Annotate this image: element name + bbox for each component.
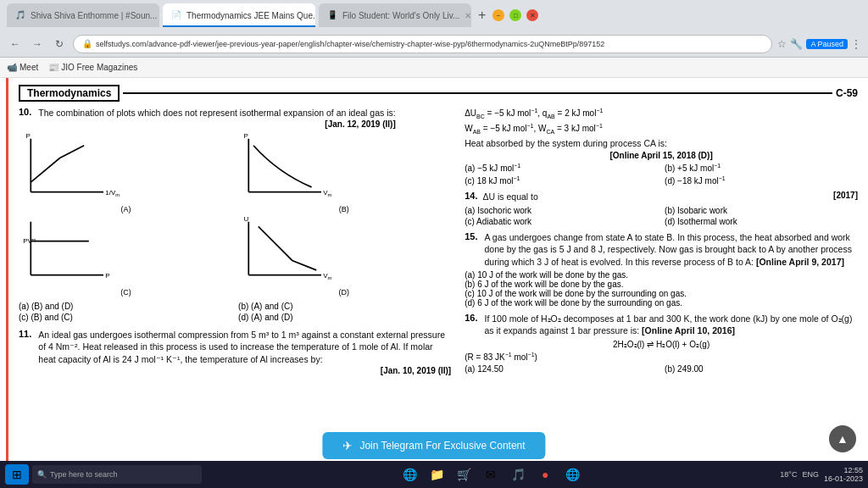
q16-answers: (a) 124.50 (b) 249.00 <box>465 364 858 374</box>
window-controls: − □ ✕ <box>492 9 538 21</box>
taskbar-lang: ENG <box>802 470 819 479</box>
q13-text: Heat absorbed by the system during proce… <box>465 137 858 150</box>
section-header-line: Thermodynamics C-59 <box>19 85 858 102</box>
bookmarks-bar: 📹 Meet 📰 JIO Free Magazines <box>0 58 868 78</box>
question-16: 16. If 100 mole of H₂O₂ decomposes at 1 … <box>465 313 858 374</box>
q15-opt-a: (a) 10 J of the work will be done by the… <box>465 270 858 280</box>
question-11: 11. An ideal gas undergoes isothermal co… <box>19 329 451 375</box>
extension-icon[interactable]: 🔧 <box>790 38 803 50</box>
close-button[interactable]: ✕ <box>526 9 538 21</box>
taskbar-weather: 18°C <box>780 470 797 479</box>
address-icons: ☆ 🔧 A Paused ⋮ <box>777 38 861 50</box>
taskbar-search[interactable]: 🔍 Type here to search <box>32 465 202 484</box>
back-button[interactable]: ← <box>7 36 24 53</box>
browser-tab-bar: 🎵 Shiva Shiva Enthomme | #Soun... ✕ 📄 Th… <box>0 0 868 30</box>
scroll-top-icon: ▲ <box>837 432 849 446</box>
tab-thermodynamics[interactable]: 📄 Thermodynamics JEE Mains Que... ✕ <box>163 3 315 27</box>
q13-opt-a: (a) −5 kJ mol−1 <box>465 163 658 173</box>
q10-opt-a: (a) (B) and (D) <box>19 302 231 311</box>
graph-b: P Vm (B) <box>236 134 451 214</box>
question-15: 15. A gas undergoes change from state A … <box>465 231 858 308</box>
svg-text:PVm: PVm <box>23 236 36 244</box>
menu-icon[interactable]: ⋮ <box>851 38 861 50</box>
graph-c: PVm P (C) <box>19 217 233 297</box>
q14-year: [2017] <box>833 191 858 200</box>
q14-opt-d: (d) Isothermal work <box>665 217 858 226</box>
main-content: Thermodynamics C-59 10. The combination … <box>0 78 868 461</box>
graph-a-label: (A) <box>19 205 233 214</box>
new-tab-button[interactable]: + <box>478 8 486 23</box>
graph-d-svg: U Vm <box>236 217 338 285</box>
telegram-banner-text: Join Telegram For Exclusive Content <box>359 440 525 452</box>
taskbar-folder-icon[interactable]: 📁 <box>425 464 448 485</box>
q15-text: A gas undergoes change from state A to s… <box>484 231 858 269</box>
telegram-banner[interactable]: ✈ Join Telegram For Exclusive Content <box>322 432 545 459</box>
tab-filo[interactable]: 📱 Filo Student: World's Only Liv... ✕ <box>319 3 471 27</box>
q10-answers: (a) (B) and (D) (b) (A) and (C) (c) (B) … <box>19 302 451 322</box>
q13-preamble: ΔUBC = −5 kJ mol−1, qAB = 2 kJ mol−1 WAB… <box>465 107 858 137</box>
q14-number: 14. <box>465 191 477 203</box>
thermo-favicon: 📄 <box>171 10 181 20</box>
q16-number: 16. <box>465 313 477 323</box>
q15-number: 15. <box>465 231 477 241</box>
bookmark-star-icon[interactable]: ☆ <box>777 38 787 50</box>
q11-year: [Jan. 10, 2019 (II)] <box>38 366 451 375</box>
taskbar-chrome-icon[interactable]: 🌐 <box>560 464 584 485</box>
refresh-button[interactable]: ↻ <box>51 36 68 53</box>
scroll-top-button[interactable]: ▲ <box>829 425 856 452</box>
graph-d-label: (D) <box>236 288 451 297</box>
svg-text:Vm: Vm <box>323 189 331 197</box>
svg-text:P: P <box>244 134 248 140</box>
question-10: 10. The combination of plots which does … <box>19 107 451 322</box>
question-14: 14. ΔU is equal to [2017] (a) Isochoric … <box>465 191 858 226</box>
bookmark-meet[interactable]: 📹 Meet <box>7 63 38 72</box>
svg-text:U: U <box>244 217 249 223</box>
q10-opt-b: (b) (A) and (C) <box>238 302 451 311</box>
maximize-button[interactable]: □ <box>509 9 521 21</box>
taskbar-time: 12:55 16-01-2023 <box>824 466 863 483</box>
taskbar-edge-icon[interactable]: 🌐 <box>398 464 421 485</box>
taskbar-store-icon[interactable]: 🛒 <box>452 464 476 485</box>
q14-opt-b: (b) Isobaric work <box>665 206 858 215</box>
pause-icon[interactable]: A Paused <box>806 39 848 49</box>
q10-number: 10. <box>19 107 31 117</box>
tab-thermo-label: Thermodynamics JEE Mains Que... <box>186 11 315 20</box>
graph-a-svg: P 1/Vm <box>19 134 120 202</box>
q14-text: ΔU is equal to <box>482 191 537 203</box>
q15-opt-c: (c) 10 J of the work will be done by the… <box>465 289 858 298</box>
section-title: Thermodynamics <box>19 85 120 102</box>
time-display: 12:55 <box>824 466 863 474</box>
taskbar-mail-icon[interactable]: ✉ <box>479 464 503 485</box>
q15-answers: (a) 10 J of the work will be done by the… <box>465 270 858 308</box>
taskbar-red-icon[interactable]: ● <box>533 464 557 485</box>
meet-icon: 📹 <box>7 63 17 72</box>
q11-text: An ideal gas undergoes isothermal compre… <box>38 329 451 366</box>
q10-opt-d: (d) (A) and (D) <box>238 313 451 322</box>
tab-music[interactable]: 🎵 Shiva Shiva Enthomme | #Soun... ✕ <box>7 3 159 27</box>
side-bar-red <box>0 78 8 461</box>
minimize-button[interactable]: − <box>492 9 504 21</box>
taskbar-music-icon[interactable]: 🎵 <box>506 464 530 485</box>
forward-button[interactable]: → <box>29 36 46 53</box>
tab-filo-close[interactable]: ✕ <box>465 11 471 20</box>
q13-year: [Online April 15, 2018 (D)] <box>465 151 858 160</box>
right-column: ΔUBC = −5 kJ mol−1, qAB = 2 kJ mol−1 WAB… <box>465 107 858 382</box>
bookmark-jio[interactable]: 📰 JIO Free Magazines <box>48 63 137 72</box>
two-column-layout: 10. The combination of plots which does … <box>19 107 858 382</box>
telegram-icon: ✈ <box>342 439 353 452</box>
divider <box>123 92 832 94</box>
start-button[interactable]: ⊞ <box>5 464 29 485</box>
q10-text: The combination of plots which does not … <box>38 107 395 119</box>
address-input[interactable]: 🔒 selfstudys.com/advance-pdf-viewer/jee-… <box>73 35 772 53</box>
content-area[interactable]: Thermodynamics C-59 10. The combination … <box>8 78 868 461</box>
q14-opt-a: (a) Isochoric work <box>465 206 658 215</box>
q13-answers: (a) −5 kJ mol−1 (b) +5 kJ mol−1 (c) 18 k… <box>465 163 858 186</box>
page-number: C-59 <box>836 87 858 99</box>
question-13: ΔUBC = −5 kJ mol−1, qAB = 2 kJ mol−1 WAB… <box>465 107 858 186</box>
graph-c-label: (C) <box>19 288 233 297</box>
graph-a: P 1/Vm (A) <box>19 134 233 214</box>
q16-opt-a: (a) 124.50 <box>465 364 658 374</box>
left-column: 10. The combination of plots which does … <box>19 107 451 382</box>
taskbar-search-label: Type here to search <box>50 470 118 479</box>
music-favicon: 🎵 <box>15 10 25 20</box>
